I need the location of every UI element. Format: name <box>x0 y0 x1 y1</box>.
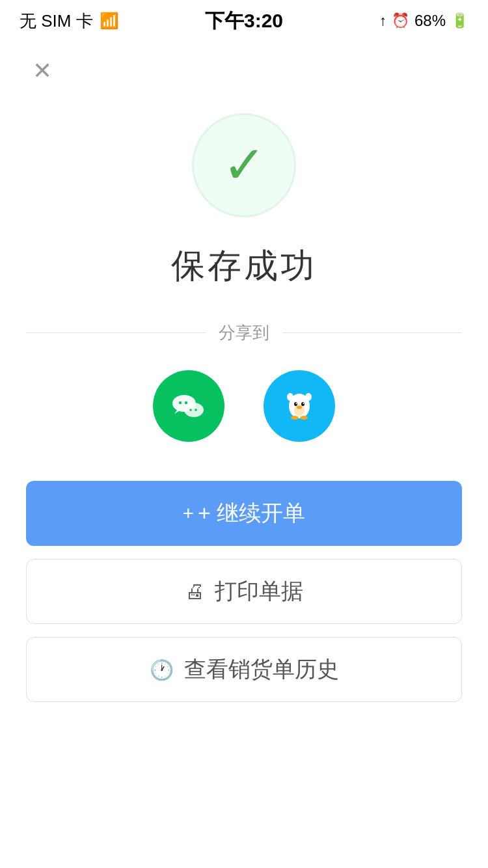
svg-point-17 <box>291 416 299 420</box>
print-label: 打印单据 <box>215 576 303 606</box>
print-button[interactable]: 🖨 打印单据 <box>26 559 462 624</box>
continue-button[interactable]: + + 继续开单 <box>26 481 462 546</box>
wechat-share-button[interactable] <box>153 370 224 442</box>
wifi-icon: 📶 <box>100 12 119 30</box>
main-content: ✕ ✓ 保存成功 分享到 <box>0 42 488 715</box>
svg-point-10 <box>294 402 297 406</box>
svg-point-11 <box>301 402 305 406</box>
svg-point-12 <box>296 403 297 404</box>
share-section: 分享到 <box>26 321 462 442</box>
svg-point-2 <box>178 401 181 403</box>
history-button[interactable]: 🕐 查看销货单历史 <box>26 637 462 702</box>
carrier-label: 无 SIM 卡 <box>20 10 93 33</box>
action-buttons: + + 继续开单 🖨 打印单据 🕐 查看销货单历史 <box>26 481 462 702</box>
plus-icon: + <box>183 502 195 524</box>
continue-label: + 继续开单 <box>198 498 305 528</box>
success-title: 保存成功 <box>171 243 317 289</box>
status-left: 无 SIM 卡 📶 <box>20 10 119 33</box>
share-divider: 分享到 <box>26 321 462 344</box>
status-right: ↑ ⏰ 68% 🔋 <box>379 12 468 30</box>
close-icon: ✕ <box>33 59 52 83</box>
location-icon: ↑ <box>379 12 386 29</box>
print-icon: 🖨 <box>185 580 204 603</box>
svg-point-5 <box>195 409 197 411</box>
battery-label: 68% <box>414 12 446 30</box>
success-circle: ✓ <box>192 113 296 217</box>
alarm-icon: ⏰ <box>392 12 409 29</box>
share-icons <box>153 370 335 442</box>
qq-share-button[interactable] <box>264 370 335 442</box>
time-display: 下午3:20 <box>205 8 283 34</box>
divider-right <box>282 332 462 333</box>
svg-point-3 <box>184 401 187 403</box>
status-bar: 无 SIM 卡 📶 下午3:20 ↑ ⏰ 68% 🔋 <box>0 0 488 42</box>
qq-icon <box>280 387 319 426</box>
share-label: 分享到 <box>219 321 269 344</box>
wechat-icon <box>168 385 210 427</box>
battery-icon: 🔋 <box>451 12 468 29</box>
close-button[interactable]: ✕ <box>26 55 59 87</box>
history-icon: 🕐 <box>150 658 174 681</box>
svg-point-4 <box>189 409 192 411</box>
svg-point-18 <box>300 416 308 420</box>
checkmark-icon: ✓ <box>223 139 266 191</box>
svg-point-1 <box>184 403 204 417</box>
svg-point-15 <box>287 393 293 401</box>
divider-left <box>26 332 206 333</box>
svg-point-14 <box>297 406 302 409</box>
svg-point-13 <box>303 403 305 404</box>
svg-marker-6 <box>174 409 181 414</box>
history-label: 查看销货单历史 <box>184 655 339 685</box>
svg-point-16 <box>305 393 312 401</box>
